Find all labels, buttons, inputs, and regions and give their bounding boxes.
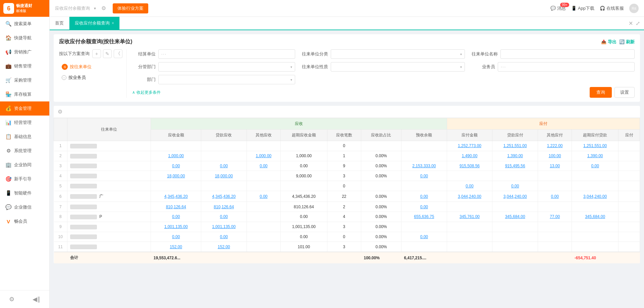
sidebar-item-guide[interactable]: 🎯 新手引导 [0,172,49,186]
table-cell[interactable]: 1,001,135.00 [151,222,201,232]
sidebar-item-member[interactable]: V 畅会员 [0,214,49,228]
collapse-scheme-button[interactable]: 《 [114,49,122,58]
table-cell[interactable]: 0.00 [401,232,447,242]
table-cell[interactable]: 1,252,773.00 [447,141,492,151]
salesperson-input[interactable]: ··· [498,62,635,72]
table-cell[interactable]: 1,390.00 [572,151,619,161]
tab-ar-ap-query[interactable]: 应收应付余额查询 × [69,17,120,30]
table-cell[interactable]: 810,126.64 [201,202,247,212]
table-cell[interactable]: 1,490.00 [447,151,492,161]
scheme-by-partner[interactable]: ⑤ 按往来单位 [59,62,122,72]
export-icon: 📤 [601,39,606,44]
table-cell[interactable]: 0.00 [151,161,201,171]
table-cell[interactable]: 345,684.00 [492,212,538,222]
table-cell[interactable]: 0.00 [201,161,247,171]
table-cell[interactable]: 3,044,240.00 [492,191,538,202]
hardware-icon: 📱 [5,190,11,196]
table-cell[interactable]: 0.00 [247,161,280,171]
sidebar-item-quick-nav[interactable]: 🏠 快捷导航 [0,31,49,45]
table-cell[interactable]: 77.00 [538,212,572,222]
header-gear-icon[interactable]: ⚙ [101,5,106,11]
partner-name-input[interactable] [500,49,635,59]
table-cell[interactable]: 3,044,240.00 [572,191,619,202]
table-cell[interactable]: 0.00 [538,191,572,202]
edit-scheme-button[interactable]: ✎ [103,49,112,58]
table-cell[interactable]: 0.00 [401,202,447,212]
sidebar-item-hardware[interactable]: 📱 智能硬件 [0,186,49,200]
tab-home[interactable]: 首页 [50,17,69,30]
table-cell[interactable]: 3,044,240.00 [447,191,492,202]
table-settings-icon[interactable]: ⚙ [58,109,62,115]
settlement-unit-input[interactable]: ··· [158,49,295,59]
message-button[interactable]: 💬 消息 99+ [550,5,566,11]
sidebar-item-sales[interactable]: 💼 销售管理 [0,59,49,73]
tab-expand-icon[interactable]: ⤢ [636,20,640,27]
collapse-bottom-icon[interactable]: ◀∥ [31,294,42,305]
table-cell[interactable]: 4,345,436.20 [201,191,247,202]
sidebar-item-finance[interactable]: 💰 资金管理 [0,101,49,116]
table-cell-index: 10 [54,232,67,242]
sidebar-item-inventory[interactable]: 🏪 库存核算 [0,87,49,101]
table-cell[interactable]: 0.00 [151,232,201,242]
promo-button[interactable]: 体验行业方案 [113,3,148,13]
sidebar-item-marketing[interactable]: 📢 营销推广 [0,45,49,59]
table-cell[interactable]: 1,222.00 [538,141,572,151]
export-button[interactable]: 📤 导出 [601,39,616,45]
table-cell[interactable]: 345,761.00 [447,212,492,222]
refresh-button[interactable]: 🔄 刷新 [619,39,635,45]
partner-category-input[interactable]: ▾ [331,49,465,59]
table-cell[interactable]: 0.00 [572,161,619,171]
sidebar-item-operation[interactable]: 📊 经营管理 [0,116,49,130]
table-cell[interactable]: 1,251,551.00 [572,141,619,151]
query-button[interactable]: 查询 [590,87,612,98]
table-cell[interactable]: 18,000.00 [151,171,201,181]
table-cell[interactable]: 0.00 [401,191,447,202]
table-cell[interactable]: 0.00 [247,191,280,202]
table-cell[interactable]: 13.00 [538,161,572,171]
sidebar-item-system[interactable]: ⚙ 系统管理 [0,144,49,158]
table-cell[interactable]: 810,126.64 [151,202,201,212]
add-scheme-button[interactable]: + [92,49,101,58]
footer-ar-prepay[interactable]: 6,417,215.... [401,252,447,263]
table-cell[interactable]: 1,000.00 [247,151,280,161]
partner-nature-input[interactable]: ▾ [331,62,465,72]
footer-ar-amount[interactable]: 19,553,472.6... [151,252,201,263]
tab-close-window-icon[interactable]: ✕ [629,20,633,27]
table-cell[interactable]: 152.00 [201,242,247,252]
table-cell[interactable]: 0.00 [151,212,201,222]
online-service-button[interactable]: 🎧 在线客服 [600,5,624,11]
table-cell[interactable]: 2,153,333.00 [401,161,447,171]
app-download-button[interactable]: 📱 App下载 [571,5,594,11]
header-dropdown-icon[interactable]: ▾ [94,6,96,11]
table-cell[interactable]: 1,000.00 [151,151,201,161]
department-input[interactable]: ▾ [158,75,295,84]
dept-input[interactable]: ▾ [158,62,295,72]
table-cell[interactable]: 0.00 [447,181,492,191]
scheme-by-salesperson[interactable]: ○ 按业务员 [59,73,122,82]
table-cell[interactable]: 1,001,135.00 [201,222,247,232]
table-cell[interactable]: 18,000.00 [201,171,247,181]
tab-close-icon[interactable]: × [112,21,114,26]
table-cell[interactable]: 655,636.75 [401,212,447,222]
sidebar-item-search-menu[interactable]: 🔍 搜索菜单 [0,17,49,31]
settings-bottom-icon[interactable]: ⚙ [7,294,16,305]
sidebar-item-enterprise[interactable]: 🏢 企业协同 [0,158,49,172]
table-cell[interactable]: 4,345,436.20 [151,191,201,202]
table-cell[interactable]: 1,251,551.00 [492,141,538,151]
table-cell[interactable]: 100.00 [538,151,572,161]
table-cell[interactable]: 0.00 [401,171,447,181]
sidebar-item-purchase[interactable]: 🛒 采购管理 [0,73,49,87]
collapse-more-button[interactable]: ∧ 收起更多条件 [132,88,161,97]
table-cell[interactable]: 915,495.56 [492,161,538,171]
sidebar-item-basic[interactable]: 📋 基础信息 [0,130,49,144]
user-avatar[interactable]: Rit [629,4,639,13]
table-cell[interactable]: 1,390.00 [492,151,538,161]
sidebar-item-wechat[interactable]: 💬 企业微信 [0,200,49,214]
table-cell[interactable]: 345,684.00 [572,212,619,222]
table-cell[interactable]: 0.00 [201,212,247,222]
setting-button[interactable]: 设置 [614,87,635,98]
table-cell[interactable]: 0.00 [492,181,538,191]
table-cell[interactable]: 0.00 [201,232,247,242]
table-cell[interactable]: 915,508.56 [447,161,492,171]
table-cell[interactable]: 152.00 [151,242,201,252]
